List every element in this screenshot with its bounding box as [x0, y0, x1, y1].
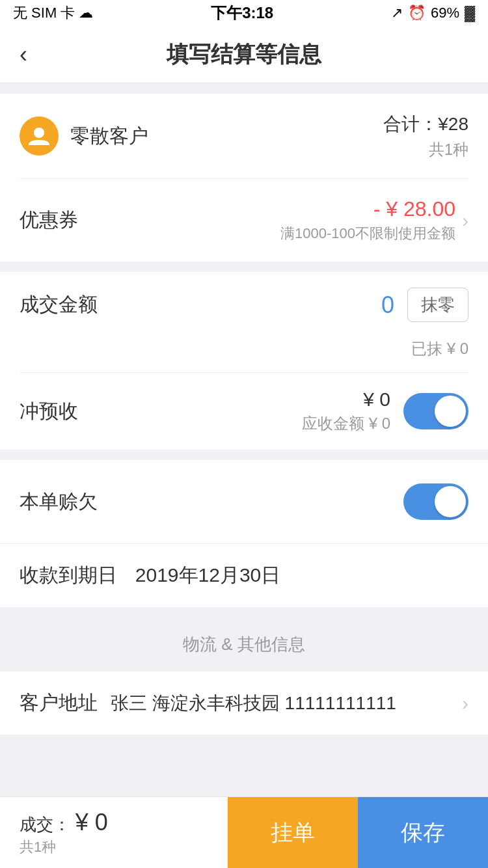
- bottom-deal-count: 共1种: [20, 837, 208, 857]
- coupon-right: - ¥ 28.00 满1000-100不限制使用金额 ›: [280, 197, 468, 243]
- coupon-info: - ¥ 28.00 满1000-100不限制使用金额: [280, 197, 455, 243]
- transaction-section: 成交金额 0 抹零 已抹 ¥ 0 冲预收 ¥ 0 应收金额 ¥ 0: [0, 272, 488, 450]
- prereceive-right: ¥ 0 应收金额 ¥ 0: [302, 388, 468, 434]
- transaction-right: 0 抹零: [381, 288, 468, 322]
- prereceive-toggle[interactable]: [403, 393, 468, 429]
- hold-button[interactable]: 挂单: [228, 797, 358, 869]
- customer-right: 合计：¥28 共1种: [383, 112, 468, 160]
- customer-left: 零散客户: [20, 116, 148, 156]
- nav-bar: ‹ 填写结算等信息: [0, 26, 488, 83]
- prereceive-row: 冲预收 ¥ 0 应收金额 ¥ 0: [0, 373, 488, 450]
- customer-row: 零散客户 合计：¥28 共1种: [0, 94, 488, 178]
- alarm-icon: ⏰: [408, 5, 426, 21]
- bottom-deal-label: 成交：: [20, 815, 70, 834]
- bottom-bar: 成交： ¥ 0 共1种 挂单 保存: [0, 796, 488, 868]
- prereceive-amounts: ¥ 0 应收金额 ¥ 0: [302, 388, 390, 434]
- status-left: 无 SIM 卡 ☁: [13, 3, 93, 23]
- address-chevron-icon: ›: [462, 692, 468, 714]
- due-date-row: 收款到期日 2019年12月30日: [0, 543, 488, 607]
- due-date-value: 2019年12月30日: [135, 564, 280, 586]
- customer-card: 零散客户 合计：¥28 共1种 优惠券 - ¥ 28.00 满1000-100不…: [0, 94, 488, 262]
- prereceive-sub: 应收金额 ¥ 0: [302, 413, 390, 434]
- transaction-label: 成交金额: [20, 292, 98, 318]
- due-date-label: 收款到期日: [20, 564, 117, 586]
- coupon-amount: - ¥ 28.00: [280, 197, 455, 221]
- status-time: 下午3:18: [211, 3, 273, 23]
- coupon-row[interactable]: 优惠券 - ¥ 28.00 满1000-100不限制使用金额 ›: [0, 179, 488, 262]
- logistics-header: 物流 & 其他信息: [0, 617, 488, 671]
- round-off-button[interactable]: 抹零: [407, 288, 468, 322]
- avatar: [20, 116, 59, 156]
- status-bar: 无 SIM 卡 ☁ 下午3:18 ↗ ⏰ 69% ▓: [0, 0, 488, 26]
- sim-status: 无 SIM 卡 ☁: [13, 3, 93, 23]
- coupon-label: 优惠券: [20, 207, 78, 234]
- person-icon: [27, 124, 51, 148]
- prereceive-label: 冲预收: [20, 398, 78, 425]
- chevron-right-icon: ›: [462, 210, 468, 232]
- transaction-amount-row: 成交金额 0 抹零: [0, 272, 488, 338]
- page-title: 填写结算等信息: [167, 40, 321, 70]
- transaction-sub: 已抹 ¥ 0: [0, 338, 488, 372]
- bottom-deal-row: 成交： ¥ 0: [20, 809, 208, 836]
- transaction-sub-text: 已抹 ¥ 0: [411, 340, 468, 357]
- back-button[interactable]: ‹: [20, 41, 27, 68]
- battery-level: 69%: [431, 5, 459, 21]
- debt-section: 本单赊欠 收款到期日 2019年12月30日: [0, 460, 488, 607]
- prereceive-amount: ¥ 0: [302, 388, 390, 411]
- coupon-desc: 满1000-100不限制使用金额: [280, 224, 455, 243]
- address-row[interactable]: 客户地址 张三 海淀永丰科技园 11111111111 ›: [0, 671, 488, 735]
- total-count: 共1种: [383, 139, 468, 160]
- customer-name: 零散客户: [70, 123, 148, 150]
- save-button[interactable]: 保存: [358, 797, 488, 869]
- address-label: 客户地址: [20, 690, 98, 716]
- svg-point-0: [34, 128, 44, 138]
- status-right: ↗ ⏰ 69% ▓: [391, 5, 475, 21]
- address-value: 张三 海淀永丰科技园 11111111111: [111, 691, 462, 716]
- bottom-deal-amount: ¥ 0: [75, 809, 108, 835]
- logistics-header-text: 物流 & 其他信息: [183, 634, 305, 654]
- debt-label: 本单赊欠: [20, 489, 98, 515]
- transaction-value[interactable]: 0: [381, 292, 394, 319]
- location-icon: ↗: [391, 5, 403, 21]
- debt-toggle[interactable]: [403, 483, 468, 520]
- debt-row: 本单赊欠: [0, 460, 488, 543]
- main-content: 零散客户 合计：¥28 共1种 优惠券 - ¥ 28.00 满1000-100不…: [0, 94, 488, 813]
- total-amount: 合计：¥28: [383, 112, 468, 137]
- bottom-summary: 成交： ¥ 0 共1种: [0, 809, 228, 857]
- battery-icon: ▓: [465, 5, 475, 21]
